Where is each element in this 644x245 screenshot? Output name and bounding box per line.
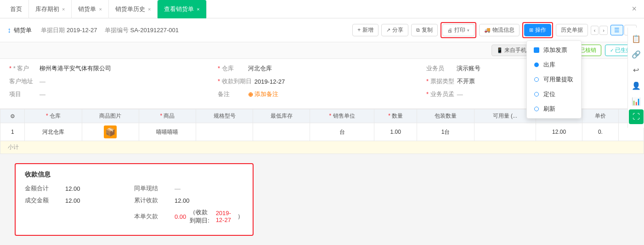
doc-date-field: 单据日期 2019-12-27 xyxy=(41,26,97,34)
sidebar-icon-doc[interactable]: 📋 xyxy=(629,31,644,46)
copy-button-label: 复制 xyxy=(422,26,433,34)
warehouse-label: * 仓库 xyxy=(218,64,245,73)
col-quantity: * 数量 xyxy=(374,109,417,123)
next-button[interactable]: › xyxy=(599,26,608,35)
project-label: 项目 xyxy=(9,90,37,98)
cumulative-payment-label: 累计收款 xyxy=(134,196,171,205)
col-price: 单价 xyxy=(582,109,618,123)
tab-sales-history-close[interactable]: × xyxy=(148,6,151,12)
tab-sales-label: 销货单 xyxy=(78,5,96,13)
owed-note: （收款到期日: xyxy=(190,208,212,225)
tab-sales[interactable]: 销货单 × xyxy=(72,0,108,18)
row-product-img: 📦 xyxy=(82,123,139,141)
share-button-label: 分享 xyxy=(392,26,403,34)
print-button-wrapper: 🖨 打印 ▾ xyxy=(441,22,476,38)
row-current-stock: 12.00 xyxy=(536,123,582,141)
tab-inventory[interactable]: 库存期初 × xyxy=(29,0,72,18)
row-quantity: 1.00 xyxy=(374,123,417,141)
col-pack-qty: 包装数量 xyxy=(417,109,474,123)
customer-field: * * 客户 柳州粤港平安气体有限公司 xyxy=(9,64,218,73)
col-gear[interactable]: ⚙ xyxy=(0,109,25,123)
available-extract-icon xyxy=(533,76,540,83)
doc-date-label: 单据日期 xyxy=(41,26,65,34)
menu-item-locate[interactable]: 定位 xyxy=(527,87,581,102)
warehouse-field: * 仓库 河北仓库 xyxy=(218,64,426,73)
payment-row-3: 本单欠款 0.00 （收款到期日: 2019-12-27 ） xyxy=(25,208,243,225)
payment-date-field: * 收款到期日 2019-12-27 xyxy=(218,77,426,85)
row-product: 嘻嘻嘻嘻 xyxy=(139,123,196,141)
window-close-button[interactable]: × xyxy=(628,4,640,14)
list-view-button[interactable]: ☰ xyxy=(610,25,623,35)
owed-value: 0.00 xyxy=(175,213,186,220)
staff-value: 演示账号 xyxy=(457,64,480,73)
row-price: 0. xyxy=(582,123,618,141)
row-warehouse: 河北仓库 xyxy=(25,123,82,141)
tab-view-sales-close[interactable]: × xyxy=(197,6,199,12)
share-button[interactable]: ↗ 分享 xyxy=(381,24,408,36)
add-button-label: + 新增 xyxy=(357,26,373,34)
operation-dropdown: 添加发票 出库 可用量提取 xyxy=(526,40,582,119)
sidebar-icon-expand[interactable]: ⛶ xyxy=(629,109,644,124)
warehouse-value: 河北仓库 xyxy=(248,64,272,73)
doc-number-label: 单据编号 xyxy=(105,26,129,34)
tab-home[interactable]: 首页 xyxy=(4,0,29,18)
refresh-icon xyxy=(533,106,540,112)
project-field: 项目 — xyxy=(9,90,218,98)
menu-item-add-invoice-label: 添加发票 xyxy=(543,46,567,54)
menu-item-refresh-label: 刷新 xyxy=(543,105,555,113)
owed-label: 本单欠款 xyxy=(134,212,171,221)
col-product: * 商品 xyxy=(139,109,196,123)
cumulative-payment-field: 累计收款 12.00 xyxy=(134,196,243,205)
outbound-icon xyxy=(533,62,540,68)
sidebar-icon-return[interactable]: ↩ xyxy=(629,63,644,77)
sidebar-icon-chart[interactable]: 📊 xyxy=(629,94,644,108)
amount-total-field: 金额合计 12.00 xyxy=(25,184,134,193)
subtotal-row: 小计 xyxy=(0,141,644,154)
doc-type-label: 销货单 xyxy=(14,26,32,34)
print-button[interactable]: 🖨 打印 ▾ xyxy=(442,24,475,36)
nav-arrows: ‹ › xyxy=(591,26,608,35)
staff-label: 业务员 xyxy=(426,64,454,73)
address-label: 客户地址 xyxy=(9,77,37,85)
col-spec: 规格型号 xyxy=(196,109,253,123)
menu-item-refresh[interactable]: 刷新 xyxy=(527,102,581,116)
print-button-label: 打印 xyxy=(454,26,465,34)
sidebar-icon-user[interactable]: 👤 xyxy=(629,78,644,93)
operation-button-label: 操作 xyxy=(535,26,546,34)
right-sidebar: 📋 🔗 ↩ 👤 📊 ⛶ xyxy=(627,28,644,128)
tab-view-sales[interactable]: 查看销货单 × xyxy=(158,0,206,18)
address-field: 客户地址 — xyxy=(9,77,218,85)
menu-item-available-extract[interactable]: 可用量提取 xyxy=(527,72,581,87)
operation-button[interactable]: ⊞ 操作 xyxy=(524,24,551,36)
menu-item-outbound[interactable]: 出库 xyxy=(527,57,581,72)
from-phone-button[interactable]: 📱 来自手机 xyxy=(491,45,531,56)
owed-date: 2019-12-27 xyxy=(216,210,234,223)
gear-icon: ⚙ xyxy=(10,113,15,120)
copy-button[interactable]: ⧉ 复制 xyxy=(411,24,438,36)
tab-sales-close[interactable]: × xyxy=(99,6,102,12)
sales-rep-value: — xyxy=(457,91,463,98)
amount-total-value: 12.00 xyxy=(65,185,80,192)
same-order-field: 同单现结 — xyxy=(134,184,243,193)
tab-inventory-label: 库存期初 xyxy=(35,5,59,13)
logistics-button[interactable]: 🚚 物流信息 xyxy=(479,24,520,36)
payment-date-value: 2019-12-27 xyxy=(254,78,285,85)
cumulative-payment-value: 12.00 xyxy=(175,197,190,204)
tab-sales-history[interactable]: 销货单历史 × xyxy=(109,0,158,18)
row-min-stock xyxy=(253,123,310,141)
menu-item-add-invoice[interactable]: 添加发票 xyxy=(527,43,581,57)
add-invoice-icon xyxy=(533,47,540,53)
menu-item-locate-label: 定位 xyxy=(543,90,555,98)
address-value: — xyxy=(40,78,45,85)
tab-inventory-close[interactable]: × xyxy=(62,6,65,12)
add-note-button[interactable]: ⊕ 添加备注 xyxy=(248,90,278,98)
note-label: 备注 xyxy=(218,90,245,98)
prev-button[interactable]: ‹ xyxy=(591,26,599,35)
row-unit: 台 xyxy=(310,123,374,141)
history-button[interactable]: 历史单据 xyxy=(556,24,588,36)
project-value: — xyxy=(40,91,45,98)
table-row: 1 河北仓库 📦 嘻嘻嘻嘻 台 1.00 1台 12.00 0. xyxy=(0,123,644,141)
add-button[interactable]: + 新增 xyxy=(352,24,378,36)
menu-item-outbound-label: 出库 xyxy=(543,61,555,69)
sidebar-icon-link[interactable]: 🔗 xyxy=(629,47,644,62)
